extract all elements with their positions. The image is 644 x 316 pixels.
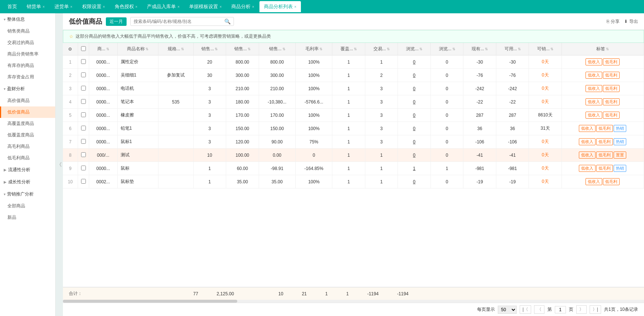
cell-checkbox[interactable]: [78, 95, 89, 109]
browse1-link[interactable]: 0: [413, 126, 416, 131]
sidebar-item-new-products[interactable]: 新品: [0, 212, 55, 223]
row-checkbox[interactable]: [81, 86, 86, 91]
col-checkbox[interactable]: [78, 43, 89, 55]
sidebar-item-category-sales-rate[interactable]: 商品分类销售率: [0, 48, 55, 60]
browse1-link[interactable]: 0: [413, 60, 416, 65]
cell-browse1[interactable]: 0: [398, 55, 431, 69]
sidebar-group-growth[interactable]: ▶ 成长性分析: [0, 176, 55, 188]
col-sale-price[interactable]: 销售...⇅: [226, 43, 259, 55]
first-page-button[interactable]: |〈: [520, 305, 531, 314]
nav-permissions-close[interactable]: ×: [103, 5, 105, 9]
nav-item-product-analysis[interactable]: 商品分析 ×: [227, 1, 259, 12]
sidebar-item-stocked-products[interactable]: 有库存的商品: [0, 60, 55, 71]
nav-sales-close[interactable]: ×: [43, 5, 45, 9]
sidebar-group-overall[interactable]: ▾ 整体信息: [0, 13, 55, 26]
horizontal-scrollbar[interactable]: [63, 300, 644, 303]
row-checkbox[interactable]: [81, 112, 86, 117]
select-all-checkbox[interactable]: [81, 46, 86, 51]
sidebar-group-liquidity[interactable]: ▶ 流通性分析: [0, 164, 55, 176]
browse1-link[interactable]: 0: [413, 179, 416, 184]
next-page-button[interactable]: 〉: [576, 305, 587, 314]
time-filter-button[interactable]: 近一月: [106, 17, 127, 26]
browse1-link[interactable]: 0: [413, 113, 416, 118]
nav-item-template[interactable]: 单据模板设置 ×: [185, 1, 226, 12]
cell-browse1[interactable]: 0: [398, 109, 431, 122]
sidebar-item-high-margin[interactable]: 高毛利商品: [0, 141, 55, 152]
row-checkbox[interactable]: [81, 152, 86, 157]
row-checkbox[interactable]: [81, 179, 86, 184]
sidebar-item-low-coverage[interactable]: 低覆盖度商品: [0, 129, 55, 141]
col-browse2[interactable]: 浏览...⇅: [430, 43, 463, 55]
cell-checkbox[interactable]: [78, 122, 89, 135]
sidebar-group-profit[interactable]: ▾ 盈财分析: [0, 83, 55, 95]
sidebar-item-low-margin[interactable]: 低毛利商品: [0, 152, 55, 164]
prev-page-button[interactable]: 〈: [534, 305, 544, 314]
row-checkbox[interactable]: [81, 72, 86, 77]
share-button[interactable]: ⎘ 分享: [607, 18, 620, 25]
col-browse1[interactable]: 浏览...⇅: [398, 43, 431, 55]
browse1-link[interactable]: 0: [413, 86, 416, 91]
row-checkbox[interactable]: [81, 99, 86, 104]
sidebar-item-inventory-capital[interactable]: 库存资金占用: [0, 71, 55, 83]
nav-purchase-close[interactable]: ×: [70, 5, 73, 9]
row-checkbox[interactable]: [81, 126, 86, 130]
cell-checkbox[interactable]: [78, 135, 89, 149]
sidebar-collapse-button[interactable]: 《: [56, 13, 63, 316]
search-icon[interactable]: 🔍: [224, 18, 231, 24]
browse1-link[interactable]: 0: [413, 139, 416, 145]
col-spec[interactable]: 规格...⇅: [158, 43, 193, 55]
nav-template-close[interactable]: ×: [219, 5, 222, 9]
cell-browse1[interactable]: 0: [398, 122, 431, 135]
row-checkbox[interactable]: [81, 166, 86, 170]
nav-item-roles[interactable]: 角色授权 ×: [110, 1, 142, 12]
nav-item-sales[interactable]: 销货单 ×: [22, 1, 49, 12]
cell-browse1[interactable]: 0: [398, 135, 431, 149]
sidebar-item-traded-products[interactable]: 交易过的商品: [0, 37, 55, 48]
cell-checkbox[interactable]: [78, 162, 89, 175]
nav-item-purchase[interactable]: 进货单 ×: [50, 1, 77, 12]
col-name[interactable]: 商品名称⇅: [117, 43, 158, 55]
col-sale-qty[interactable]: 销售...⇅: [193, 43, 226, 55]
col-coverage[interactable]: 覆盖...⇅: [332, 43, 365, 55]
row-checkbox[interactable]: [81, 59, 86, 64]
sidebar-item-all-products[interactable]: 全部商品: [0, 200, 55, 212]
sidebar-item-high-value[interactable]: 高价值商品: [0, 95, 55, 106]
sidebar-item-high-coverage[interactable]: 高覆盖度商品: [0, 118, 55, 129]
cell-checkbox[interactable]: [78, 109, 89, 122]
browse1-link[interactable]: 0: [413, 153, 416, 158]
nav-product-analysis-close[interactable]: ×: [252, 5, 254, 9]
cell-browse1[interactable]: 0: [398, 149, 431, 162]
browse1-link[interactable]: 0: [413, 73, 416, 78]
col-code[interactable]: 商...⇅: [89, 43, 117, 55]
nav-roles-close[interactable]: ×: [135, 5, 138, 9]
row-checkbox[interactable]: [81, 139, 86, 144]
browse1-link[interactable]: 0: [413, 99, 416, 105]
cell-checkbox[interactable]: [78, 175, 89, 188]
col-tags[interactable]: 标签⇅: [561, 43, 644, 55]
sidebar-item-sales-products[interactable]: 销售类商品: [0, 26, 55, 37]
col-available-stock[interactable]: 可用...⇅: [496, 43, 529, 55]
cell-browse1[interactable]: 0: [398, 175, 431, 188]
scrollbar-thumb[interactable]: [63, 300, 237, 303]
nav-item-permissions[interactable]: 权限设置 ×: [78, 1, 110, 12]
cell-checkbox[interactable]: [78, 55, 89, 69]
nav-analysis-list-close[interactable]: ×: [294, 5, 296, 9]
nav-item-analysis-list[interactable]: 商品分析列表 ×: [259, 1, 301, 12]
col-trade[interactable]: 交易...⇅: [365, 43, 398, 55]
col-saleable[interactable]: 可销...⇅: [529, 43, 562, 55]
cell-browse1[interactable]: 0: [398, 95, 431, 109]
sidebar-group-marketing[interactable]: ▾ 营销推广分析: [0, 188, 55, 200]
col-sale-amount[interactable]: 销售...⇅: [259, 43, 295, 55]
cell-checkbox[interactable]: [78, 82, 89, 95]
sidebar-item-low-value[interactable]: 低价值商品: [0, 106, 55, 118]
page-number-input[interactable]: [555, 306, 566, 313]
cell-browse1[interactable]: 1: [398, 162, 431, 175]
search-input[interactable]: [134, 19, 223, 24]
col-settings[interactable]: ⚙: [63, 43, 78, 55]
nav-item-finished-goods[interactable]: 产成品入库单 ×: [142, 1, 184, 12]
col-gross-rate[interactable]: 毛利率⇅: [295, 43, 332, 55]
cell-checkbox[interactable]: [78, 149, 89, 162]
last-page-button[interactable]: 〉|: [590, 305, 601, 314]
col-current-stock[interactable]: 现有...⇅: [463, 43, 496, 55]
nav-item-home[interactable]: 首页: [3, 1, 21, 12]
